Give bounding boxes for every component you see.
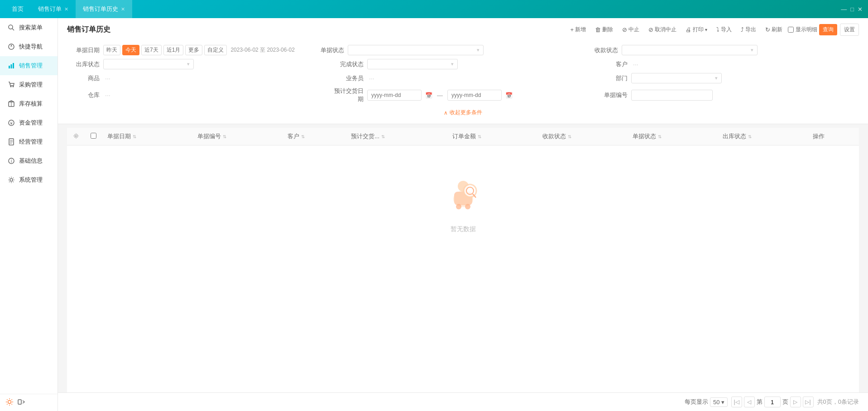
delivery-date-from[interactable] xyxy=(367,90,422,101)
delete-button-label: 删除 xyxy=(602,26,613,34)
query-button[interactable]: 查询 xyxy=(819,24,837,35)
page-last-btn[interactable]: ▷| xyxy=(803,396,814,407)
import-button[interactable]: ⤵ 导入 xyxy=(713,24,735,35)
salesperson-col: ··· xyxy=(367,75,595,82)
collapse-row[interactable]: ∧ 收起更多条件 xyxy=(67,107,859,118)
svg-point-20 xyxy=(8,401,11,404)
select-all-checkbox[interactable] xyxy=(91,133,96,139)
cart-icon xyxy=(7,81,15,89)
window-close-icon[interactable]: ✕ xyxy=(858,6,863,13)
window-maximize-icon[interactable]: □ xyxy=(850,6,854,13)
delivery-date-to[interactable] xyxy=(447,90,502,101)
calendar-to-icon[interactable]: 📅 xyxy=(505,92,513,99)
date-today-btn[interactable]: 今天 xyxy=(122,45,139,55)
complete-status-select[interactable]: ▾ xyxy=(367,59,458,69)
sidebar-collapse-icon[interactable] xyxy=(17,398,25,407)
date-7days-btn[interactable]: 近7天 xyxy=(141,45,162,55)
tab-sales-order-label: 销售订单 xyxy=(38,5,62,13)
settings-icon xyxy=(7,176,15,184)
table-header-row: 单据日期 ⇅ 单据编号 ⇅ 客户 ⇅ xyxy=(67,128,859,145)
display-toggle-checkbox[interactable] xyxy=(788,27,794,33)
col-amount[interactable]: 订单金额 ⇅ xyxy=(447,128,537,145)
sidebar-item-basic[interactable]: i 基础信息 xyxy=(0,151,58,170)
svg-point-27 xyxy=(465,204,470,209)
col-date-label: 单据日期 xyxy=(107,133,131,140)
delete-button[interactable]: 🗑 删除 xyxy=(591,24,617,35)
col-settings[interactable] xyxy=(67,128,85,145)
svg-point-19 xyxy=(10,179,13,181)
cancel-stop-icon: ⊘ xyxy=(648,26,653,33)
col-date[interactable]: 单据日期 ⇅ xyxy=(102,128,192,145)
close-sales-order-icon[interactable]: ✕ xyxy=(64,6,68,12)
page-size-box[interactable]: 50 ▾ xyxy=(710,397,727,407)
col-operations-label: 操作 xyxy=(813,133,825,140)
print-button[interactable]: 🖨 打印 ▾ xyxy=(682,24,711,35)
date-yesterday-btn[interactable]: 昨天 xyxy=(103,45,120,55)
svg-rect-6 xyxy=(13,63,14,68)
date-1month-btn[interactable]: 近1月 xyxy=(163,45,184,55)
page-size-label: 每页显示 xyxy=(685,398,708,406)
tab-sales-history[interactable]: 销售订单历史 ✕ xyxy=(76,0,132,18)
page-input[interactable] xyxy=(764,396,781,407)
outbound-status-arrow-icon: ▾ xyxy=(187,61,190,67)
product-dots[interactable]: ··· xyxy=(103,75,112,82)
calendar-from-icon[interactable]: 📅 xyxy=(425,92,432,99)
sidebar-item-sales[interactable]: 销售管理 xyxy=(0,56,58,75)
delivery-date-col: 📅 — 📅 xyxy=(367,90,595,101)
payment-status-select[interactable]: ▾ xyxy=(622,45,758,55)
page-prev-btn[interactable]: ◁ xyxy=(744,396,755,407)
col-order-status[interactable]: 单据状态 ⇅ xyxy=(627,128,717,145)
col-customer[interactable]: 客户 ⇅ xyxy=(282,128,345,145)
main-layout: 搜索菜单 快捷导航 销售管理 xyxy=(0,18,868,411)
col-customer-sort: ⇅ xyxy=(301,134,305,139)
sidebar-bottom xyxy=(0,394,58,411)
tab-home[interactable]: 首页 xyxy=(5,0,31,18)
order-status-select[interactable]: ▾ xyxy=(348,45,484,55)
page-size-select: 每页显示 50 ▾ xyxy=(685,397,727,407)
sidebar-item-inventory[interactable]: 库存核算 xyxy=(0,94,58,113)
collapse-label: 收起更多条件 xyxy=(450,109,482,116)
doc-number-label: 单据编号 xyxy=(595,91,631,99)
export-button[interactable]: ⤴ 导出 xyxy=(737,24,760,35)
payment-status-col: ▾ xyxy=(622,45,859,55)
col-outbound-status[interactable]: 出库状态 ⇅ xyxy=(717,128,807,145)
col-docno-label: 单据编号 xyxy=(197,133,221,140)
close-sales-history-icon[interactable]: ✕ xyxy=(121,6,125,12)
col-payment-status[interactable]: 收款状态 ⇅ xyxy=(537,128,627,145)
page-first-btn[interactable]: |◁ xyxy=(731,396,742,407)
complete-status-label: 完成状态 xyxy=(331,60,367,68)
department-select[interactable]: ▾ xyxy=(631,73,722,83)
top-tabs: 首页 销售订单 ✕ 销售订单历史 ✕ xyxy=(5,0,841,18)
col-docno[interactable]: 单据编号 ⇅ xyxy=(192,128,282,145)
warehouse-dots[interactable]: ··· xyxy=(103,92,112,99)
stop-button[interactable]: ⊘ 中止 xyxy=(619,24,643,35)
refresh-button[interactable]: ↻ 刷新 xyxy=(762,24,786,35)
page-next-btn[interactable]: ▷ xyxy=(790,396,801,407)
tab-sales-history-label: 销售订单历史 xyxy=(83,5,118,13)
col-delivery[interactable]: 预计交货... ⇅ xyxy=(345,128,447,145)
date-more-btn[interactable]: 更多 xyxy=(185,45,202,55)
cancel-stop-button[interactable]: ⊘ 取消中止 xyxy=(645,24,680,35)
date-custom-btn[interactable]: 自定义 xyxy=(204,45,227,55)
sidebar-item-search[interactable]: 搜索菜单 xyxy=(0,18,58,37)
sidebar-settings-icon[interactable] xyxy=(5,398,14,407)
salesperson-dots[interactable]: ··· xyxy=(367,75,376,82)
department-label: 部门 xyxy=(595,74,631,82)
settings-button[interactable]: 设置 xyxy=(840,24,859,36)
sidebar-item-operations[interactable]: 经营管理 xyxy=(0,132,58,151)
window-minimize-icon[interactable]: — xyxy=(841,6,847,13)
outbound-status-select[interactable]: ▾ xyxy=(103,59,194,69)
export-button-label: 导出 xyxy=(745,26,756,34)
sidebar-item-quicknav[interactable]: 快捷导航 xyxy=(0,37,58,56)
page-label: 第 xyxy=(757,398,762,406)
sidebar-item-purchase[interactable]: 采购管理 xyxy=(0,75,58,94)
doc-number-input[interactable] xyxy=(631,90,713,101)
date-separator: — xyxy=(437,92,443,99)
tab-sales-order[interactable]: 销售订单 ✕ xyxy=(31,0,76,18)
new-button[interactable]: + 新增 xyxy=(566,24,590,35)
col-checkbox[interactable] xyxy=(85,128,102,145)
sidebar-item-system[interactable]: 系统管理 xyxy=(0,170,58,189)
sidebar-item-finance[interactable]: ¥ 资金管理 xyxy=(0,113,58,132)
customer-dots[interactable]: ··· xyxy=(631,61,640,68)
warehouse-col: ··· xyxy=(103,92,331,99)
